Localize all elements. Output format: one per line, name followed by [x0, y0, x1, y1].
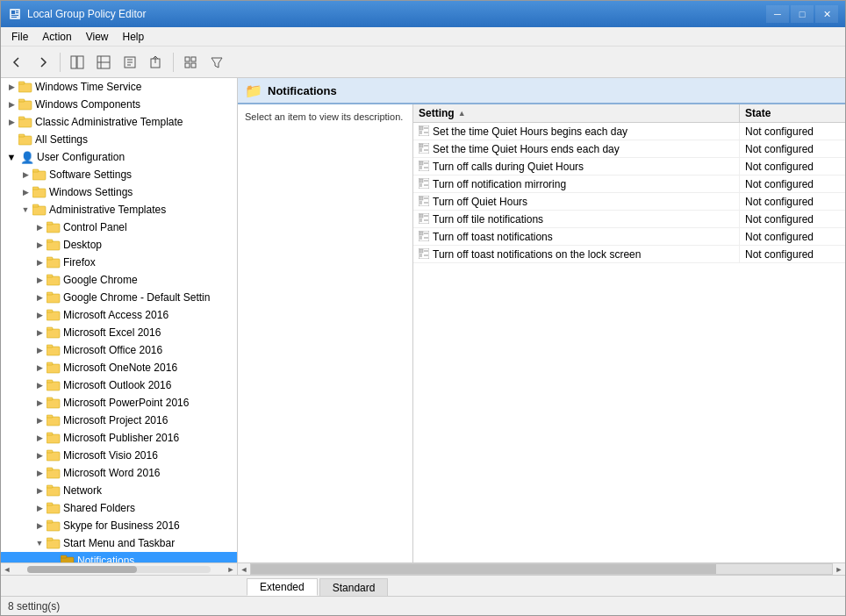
expand-icon-windows-time-service[interactable]: ▶	[4, 80, 18, 94]
expand-icon-microsoft-onenote-2016[interactable]: ▶	[32, 361, 47, 375]
tree-label-microsoft-project-2016: Microsoft Project 2016	[63, 414, 168, 426]
tree-scroll-area[interactable]: ▶Windows Time Service▶Windows Components…	[1, 78, 237, 562]
tree-item-control-panel[interactable]: ▶Control Panel	[1, 218, 237, 236]
tree-item-all-settings-top[interactable]: All Settings	[1, 131, 237, 148]
tree-item-google-chrome[interactable]: ▶Google Chrome	[1, 271, 237, 289]
tree-item-windows-components-top[interactable]: ▶Windows Components	[1, 96, 237, 113]
column-state[interactable]: State	[740, 104, 845, 122]
back-button[interactable]	[4, 51, 29, 74]
expand-icon-desktop[interactable]: ▶	[32, 238, 47, 252]
expand-icon-windows-settings[interactable]: ▶	[18, 185, 32, 199]
tree-item-microsoft-project-2016[interactable]: ▶Microsoft Project 2016	[1, 412, 237, 429]
setting-name-cell-5: Turn off tile notifications	[413, 211, 740, 227]
expand-icon-firefox[interactable]: ▶	[32, 255, 47, 269]
setting-text-1: Set the time Quiet Hours ends each day	[433, 143, 620, 155]
tree-item-firefox[interactable]: ▶Firefox	[1, 254, 237, 271]
tree-item-administrative-templates[interactable]: ▼Administrative Templates	[1, 201, 237, 218]
svg-rect-31	[32, 187, 39, 190]
hscroll-left[interactable]: ◄	[238, 563, 250, 575]
expand-icon-google-chrome[interactable]: ▶	[32, 273, 47, 287]
setting-icon-1	[419, 143, 429, 155]
expand-icon-microsoft-powerpoint-2016[interactable]: ▶	[32, 396, 47, 410]
tree-item-software-settings[interactable]: ▶Software Settings	[1, 166, 237, 183]
setting-row-5[interactable]: Turn off tile notificationsNot configure…	[413, 211, 845, 228]
expand-icon-microsoft-visio-2016[interactable]: ▶	[32, 448, 47, 462]
tree-item-microsoft-access-2016[interactable]: ▶Microsoft Access 2016	[1, 306, 237, 324]
expand-icon-network[interactable]: ▶	[32, 483, 47, 498]
expand-icon-microsoft-word-2016[interactable]: ▶	[32, 466, 47, 480]
minimize-button[interactable]: ─	[766, 5, 789, 23]
scroll-thumb[interactable]	[27, 566, 137, 573]
tree-item-desktop[interactable]: ▶Desktop	[1, 236, 237, 254]
folder-icon-control-panel	[47, 220, 61, 234]
tree-item-microsoft-outlook-2016[interactable]: ▶Microsoft Outlook 2016	[1, 376, 237, 394]
close-button[interactable]: ✕	[815, 5, 838, 23]
tree-item-windows-time-service[interactable]: ▶Windows Time Service	[1, 78, 237, 96]
show-hide-button[interactable]	[65, 51, 90, 74]
menu-file[interactable]: File	[4, 28, 35, 46]
expand-icon-classic-admin-template-top[interactable]: ▶	[4, 115, 18, 129]
tree-item-microsoft-visio-2016[interactable]: ▶Microsoft Visio 2016	[1, 447, 237, 464]
tree-item-windows-settings[interactable]: ▶Windows Settings	[1, 183, 237, 201]
svg-rect-26	[18, 136, 32, 145]
expand-icon-microsoft-excel-2016[interactable]: ▶	[32, 326, 47, 340]
tree-item-network[interactable]: ▶Network	[1, 482, 237, 499]
expand-icon-start-menu-taskbar[interactable]: ▼	[32, 536, 47, 550]
expand-icon-shared-folders[interactable]: ▶	[32, 501, 47, 515]
right-horizontal-scrollbar[interactable]: ◄ ►	[238, 562, 845, 575]
expand-icon-software-settings[interactable]: ▶	[18, 168, 32, 182]
menu-action[interactable]: Action	[35, 28, 78, 46]
expand-icon-skype-for-business[interactable]: ▶	[32, 519, 47, 533]
tree-item-skype-for-business[interactable]: ▶Skype for Business 2016	[1, 517, 237, 534]
hscroll-thumb-right[interactable]	[251, 564, 716, 574]
tree-button[interactable]	[91, 51, 116, 74]
tree-item-microsoft-office-2016[interactable]: ▶Microsoft Office 2016	[1, 341, 237, 359]
tab-standard[interactable]: Standard	[319, 578, 389, 596]
tree-item-shared-folders[interactable]: ▶Shared Folders	[1, 499, 237, 517]
view-button[interactable]	[178, 51, 203, 74]
expand-icon-control-panel[interactable]: ▶	[32, 220, 47, 234]
tree-item-microsoft-publisher-2016[interactable]: ▶Microsoft Publisher 2016	[1, 429, 237, 447]
hscroll-right[interactable]: ►	[833, 563, 845, 575]
expand-icon-microsoft-outlook-2016[interactable]: ▶	[32, 378, 47, 392]
tree-item-microsoft-powerpoint-2016[interactable]: ▶Microsoft PowerPoint 2016	[1, 394, 237, 412]
expand-icon-microsoft-access-2016[interactable]: ▶	[32, 308, 47, 322]
expand-icon-microsoft-project-2016[interactable]: ▶	[32, 413, 47, 427]
menu-view[interactable]: View	[79, 28, 116, 46]
tree-item-start-menu-taskbar[interactable]: ▼Start Menu and Taskbar	[1, 534, 237, 552]
tree-item-microsoft-word-2016[interactable]: ▶Microsoft Word 2016	[1, 464, 237, 482]
column-state-label: State	[745, 107, 771, 119]
filter-button[interactable]	[204, 51, 229, 74]
expand-icon-windows-components-top[interactable]: ▶	[4, 97, 18, 111]
forward-button[interactable]	[31, 51, 55, 74]
setting-state-cell-4: Not configured	[740, 193, 845, 210]
scroll-left-arrow[interactable]: ◄	[1, 563, 13, 576]
setting-row-0[interactable]: Set the time Quiet Hours begins each day…	[413, 123, 845, 140]
toolbar	[1, 47, 845, 78]
tree-item-notifications[interactable]: Notifications	[1, 552, 237, 562]
setting-row-2[interactable]: Turn off calls during Quiet HoursNot con…	[413, 158, 845, 175]
expand-icon-google-chrome-default[interactable]: ▶	[32, 290, 47, 304]
expand-icon-microsoft-office-2016[interactable]: ▶	[32, 343, 47, 357]
tree-item-classic-admin-template-top[interactable]: ▶Classic Administrative Template	[1, 113, 237, 131]
setting-row-7[interactable]: Turn off toast notifications on the lock…	[413, 246, 845, 263]
maximize-button[interactable]: □	[791, 5, 814, 23]
setting-row-1[interactable]: Set the time Quiet Hours ends each dayNo…	[413, 140, 845, 158]
svg-rect-89	[419, 144, 423, 147]
tree-item-microsoft-onenote-2016[interactable]: ▶Microsoft OneNote 2016	[1, 359, 237, 376]
setting-row-4[interactable]: Turn off Quiet HoursNot configured	[413, 193, 845, 211]
tree-item-microsoft-excel-2016[interactable]: ▶Microsoft Excel 2016	[1, 324, 237, 341]
scroll-right-arrow[interactable]: ►	[225, 563, 237, 576]
column-setting[interactable]: Setting ▲	[413, 104, 740, 122]
menu-help[interactable]: Help	[116, 28, 152, 46]
setting-row-6[interactable]: Turn off toast notificationsNot configur…	[413, 228, 845, 246]
setting-row-3[interactable]: Turn off notification mirroringNot confi…	[413, 175, 845, 193]
tree-item-user-configuration[interactable]: ▼👤User Configuration	[1, 148, 237, 166]
properties-button[interactable]	[118, 51, 142, 74]
tree-item-google-chrome-default[interactable]: ▶Google Chrome - Default Settin	[1, 289, 237, 306]
export-button[interactable]	[144, 51, 168, 74]
tab-extended[interactable]: Extended	[247, 578, 318, 596]
tree-horizontal-scrollbar[interactable]: ◄ ►	[1, 562, 237, 575]
expand-icon-microsoft-publisher-2016[interactable]: ▶	[32, 431, 47, 445]
expand-icon-administrative-templates[interactable]: ▼	[18, 203, 32, 217]
